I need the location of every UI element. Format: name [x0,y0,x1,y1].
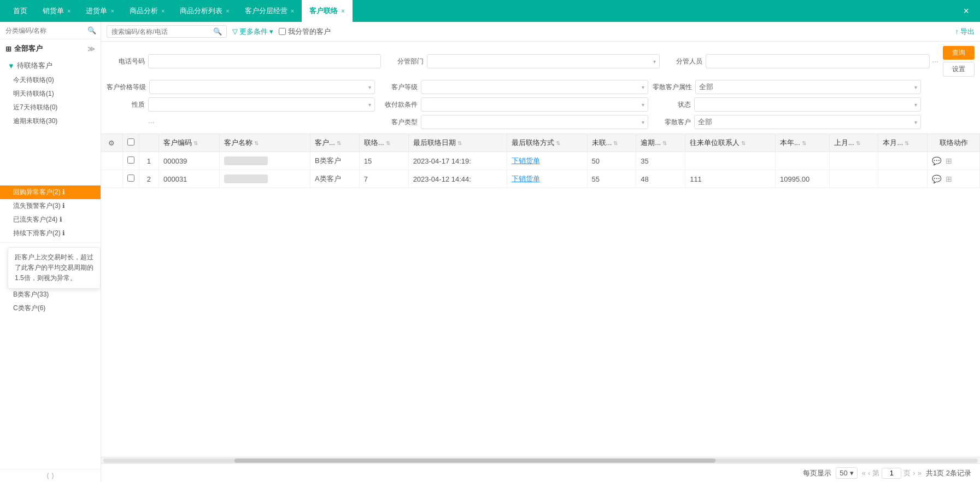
nav-product-analysis-list[interactable]: 商品分析列表 × [172,0,237,22]
week-pending[interactable]: 近7天待联络(0) [0,101,101,114]
close-all-button[interactable]: × [958,5,975,17]
overdue-contact[interactable]: 逾期未联络(30) [0,114,101,128]
pending-contact-group[interactable]: ▼ 待联络客户 [0,58,101,73]
main-search-input[interactable] [112,28,213,36]
manager-select[interactable] [706,54,930,68]
col-last-contact-method: 最后联络方式⇅ [507,134,587,152]
manager-more-icon[interactable]: ··· [932,57,938,66]
per-page-select[interactable]: 50 ▾ [836,467,857,479]
contact-icon-1[interactable]: 💬 [932,156,941,165]
retail-customer-select[interactable]: 全部 ▾ [694,115,921,129]
today-pending[interactable]: 今天待联络(0) [0,73,101,87]
more-dots-icon[interactable]: ··· [148,118,155,126]
settings-icon[interactable]: ⚙ [108,139,115,147]
cell-tm-1 [878,152,928,170]
nav-home[interactable]: 首页 [5,0,35,22]
retail-customer-arrow: ▾ [914,119,917,125]
payment-label: 收付款条件 [379,100,418,109]
col-nc-label: 未联... [592,138,612,148]
nav-purchase-close[interactable]: × [110,8,114,14]
last-page-btn[interactable]: » [918,469,922,477]
scroll-thumb[interactable] [234,458,715,463]
sidebar-search-input[interactable] [5,27,87,34]
nature-select[interactable]: ▾ [148,97,375,112]
query-button[interactable]: 查询 [943,46,975,60]
churn-warning[interactable]: 流失预警客户(3) ℹ [0,199,101,213]
nav-sales-label: 销货单 [43,6,64,16]
cell-ty-1 [776,152,830,170]
sort-icon-nc[interactable]: ⇅ [613,140,618,146]
nav-sales-order[interactable]: 销货单 × [35,0,78,22]
nav-cc-close[interactable]: × [341,8,344,14]
first-page-btn[interactable]: « [862,469,866,477]
sort-icon-lcm[interactable]: ⇅ [556,140,560,146]
nav-sales-close[interactable]: × [67,8,71,14]
select-all-checkbox[interactable] [127,138,134,146]
sort-icon-cp[interactable]: ⇅ [741,140,746,146]
sidebar-search-box: 🔍 [0,22,101,39]
my-customers-checkbox[interactable] [279,28,286,35]
more-action-icon-1[interactable]: ⊞ [946,156,952,165]
retail-attr-select[interactable]: 全部 ▾ [695,80,921,94]
lcm-link-2[interactable]: 下销货单 [512,175,540,183]
main-search-box: 🔍 [107,25,227,38]
col-tm-label: 本月... [883,138,903,148]
nav-customer-tier[interactable]: 客户分层经营 × [237,0,302,22]
sort-icon-cc[interactable]: ⇅ [386,140,390,146]
main-search-icon[interactable]: 🔍 [213,27,222,36]
settings-button[interactable]: 设置 [943,62,975,77]
tomorrow-pending[interactable]: 明天待联络(1) [0,87,101,101]
retail-attr-field: 零散客户属性 全部 ▾ [653,80,921,94]
phone-input[interactable] [148,54,381,68]
sort-icon-name[interactable]: ⇅ [254,140,259,146]
declining[interactable]: 持续下滑客户(2) ℹ [0,227,101,240]
sort-icon-tm[interactable]: ⇅ [905,140,909,146]
cell-nc-2: 55 [587,170,636,188]
price-level-select[interactable]: ▾ [149,80,375,94]
cell-contact-2: 7 [359,170,408,188]
horizontal-scrollbar[interactable] [101,457,980,463]
payment-select[interactable]: ▾ [421,97,648,112]
nav-purchase-order[interactable]: 进货单 × [78,0,121,22]
per-page-label: 每页显示 [803,468,831,478]
sort-icon-lcd[interactable]: ⇅ [457,140,462,146]
export-button[interactable]: ↑ 导出 [955,27,975,37]
nav-pal-close[interactable]: × [226,8,229,14]
class-c[interactable]: C类客户(6) [0,301,101,315]
phone-field: 电话号码 [107,54,381,68]
next-page-btn[interactable]: › [913,469,915,477]
sort-icon-ty[interactable]: ⇅ [802,140,806,146]
page-number-input[interactable] [882,468,901,479]
col-settings[interactable]: ⚙ [101,134,122,152]
scroll-track[interactable] [103,458,978,463]
sort-icon-level[interactable]: ⇅ [337,140,341,146]
nav-customer-contact[interactable]: 客户联络 × [302,0,352,22]
more-conditions-btn[interactable]: ▽ 更多条件 ▾ [232,27,273,37]
customer-level-select[interactable]: ▾ [421,80,648,94]
collapse-icon[interactable]: ≫ [87,45,95,53]
row-checkbox-2[interactable] [127,175,134,182]
dept-select[interactable]: ▾ [427,54,660,68]
nav-pa-close[interactable]: × [161,8,165,14]
status-select[interactable]: ▾ [694,97,921,112]
contact-icon-2[interactable]: 💬 [932,175,941,183]
churned[interactable]: 已流失客户(24) ℹ [0,213,101,227]
more-action-icon-2[interactable]: ⊞ [946,175,952,183]
sidebar-expand-bottom[interactable]: ⟨ ⟩ [0,469,101,482]
repurchase-abnormal[interactable]: 回购异常客户(2) ℹ [0,185,101,199]
prev-page-btn[interactable]: ‹ [868,469,870,477]
col-actions-label: 联络动作 [940,138,968,147]
payment-field: 收付款条件 ▾ [379,97,648,112]
nav-product-analysis[interactable]: 商品分析 × [122,0,172,22]
sort-icon-code[interactable]: ⇅ [193,140,198,146]
lcm-link-1[interactable]: 下销货单 [512,156,540,165]
nav-ct-close[interactable]: × [291,8,294,14]
customer-type-select[interactable]: ▾ [421,115,648,129]
sort-icon-lm[interactable]: ⇅ [856,140,860,146]
sort-icon-od[interactable]: ⇅ [662,140,667,146]
my-customers-label: 我分管的客户 [288,27,331,37]
row-checkbox-1[interactable] [127,156,134,164]
class-b[interactable]: B类客户(33) [0,288,101,301]
cell-lm-2 [829,170,878,188]
sidebar-search-icon[interactable]: 🔍 [87,26,96,34]
